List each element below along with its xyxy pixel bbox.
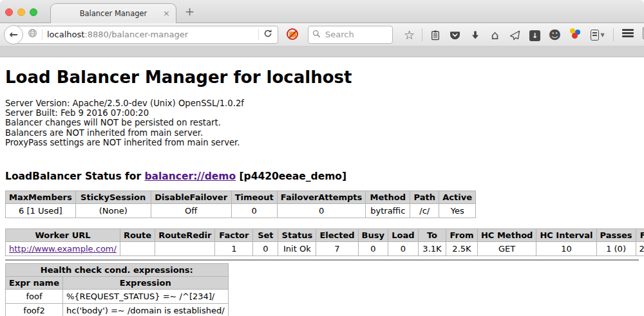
worker-busy: 0 — [358, 242, 388, 256]
bookmarks-strip — [0, 46, 644, 57]
pocket-icon[interactable] — [445, 28, 465, 41]
val-timeout: 0 — [231, 204, 277, 218]
col-status: Status — [278, 229, 316, 242]
url-host: localhost — [47, 30, 84, 39]
worker-table: Worker URL Route RouteRedir Factor Set S… — [5, 228, 644, 256]
new-tab-button[interactable]: + — [185, 5, 194, 18]
worker-factor: 1 — [215, 242, 253, 256]
worker-fails: 2 (0) — [636, 242, 644, 256]
col-from: From — [446, 229, 477, 242]
search-input[interactable] — [324, 29, 386, 40]
toolbar-divider — [422, 28, 422, 41]
worker-load: 0 — [388, 242, 418, 256]
tab-balancer-manager[interactable]: Balancer Manager × — [50, 3, 176, 23]
col-disablefailover: DisableFailover — [151, 191, 231, 204]
val-path: /c/ — [410, 204, 439, 218]
status-heading-prefix: LoadBalancer Status for — [5, 171, 144, 182]
worker-hc-interval: 10 — [536, 242, 596, 256]
worker-header-row: Worker URL Route RouteRedir Factor Set S… — [6, 229, 644, 242]
val-disablefailover: Off — [151, 204, 231, 218]
col-path: Path — [410, 191, 439, 204]
col-passes: Passes — [596, 229, 636, 242]
close-window-button[interactable] — [5, 8, 13, 16]
col-fails: Fails — [636, 229, 644, 242]
feedback-smiley-icon[interactable]: ☻ — [545, 28, 565, 41]
globe-icon — [28, 28, 37, 41]
worker-route — [120, 242, 155, 256]
pages-grid-icon[interactable] — [639, 27, 644, 42]
url-input[interactable]: localhost:8880/balancer-manager — [47, 30, 254, 39]
health-table-title: Health check cond. expressions: — [6, 264, 229, 277]
proxypass-note-line: ProxyPass settings are NOT inherited fro… — [5, 138, 639, 147]
health-header-row: Expr name Expression — [6, 277, 229, 290]
reload-icon[interactable] — [263, 28, 272, 41]
expr-name-foof2: foof2 — [6, 304, 63, 316]
page-title: Load Balancer Manager for localhost — [5, 68, 639, 87]
col-active: Active — [439, 191, 476, 204]
balancer-header-row: MaxMembers StickySession DisableFailover… — [6, 191, 476, 204]
colored-balls-icon — [569, 28, 581, 39]
reading-list-icon[interactable] — [425, 28, 445, 41]
minimize-window-button[interactable] — [17, 8, 25, 16]
worker-routeredir — [155, 242, 215, 256]
zoom-window-button[interactable] — [30, 8, 37, 16]
health-row-foof: foof %{REQUEST_STATUS} =~ /^[234]/ — [6, 290, 229, 304]
download-icon[interactable] — [465, 28, 485, 41]
search-icon — [312, 28, 321, 41]
url-bar[interactable]: localhost:8880/balancer-manager — [13, 26, 278, 44]
worker-passes: 1 (0) — [596, 242, 636, 256]
health-row-foof2: foof2 hc('body') =~ /domain is establish… — [6, 304, 229, 316]
val-failoverattempts: 0 — [277, 204, 366, 218]
col-to: To — [418, 229, 446, 242]
url-divider — [42, 29, 43, 41]
title-bar: Balancer Manager × + — [0, 0, 644, 23]
toolbar-icons: ☆ ⌂ ↓ ☻ ▼ — [399, 27, 644, 42]
expression-foof: %{REQUEST_STATUS} =~ /^[234]/ — [63, 290, 229, 304]
server-version-line: Server Version: Apache/2.5.0-dev (Unix) … — [5, 98, 639, 108]
section-divider — [5, 259, 639, 261]
worker-elected: 7 — [316, 242, 358, 256]
back-arrow-icon: ← — [9, 28, 17, 41]
col-hc-method: HC Method — [477, 229, 536, 242]
dropdown-caret-icon: ▼ — [600, 32, 604, 38]
col-method: Method — [366, 191, 410, 204]
balancer-demo-link[interactable]: balancer://demo — [144, 171, 236, 182]
expression-foof2: hc('body') =~ /domain is established/ — [63, 304, 229, 316]
worker-url-link[interactable]: http://www.example.com/ — [9, 244, 117, 254]
url-divider2 — [258, 29, 259, 41]
menu-icon[interactable] — [616, 27, 639, 41]
balancer-value-row: 6 [1 Used] (None) Off 0 0 bytraffic /c/ … — [6, 204, 476, 218]
navigation-toolbar: ← localhost:8880/balancer-manager ☆ — [0, 23, 644, 46]
image-block-icon[interactable] — [286, 28, 300, 42]
val-active: Yes — [439, 204, 476, 218]
back-button[interactable]: ← — [4, 25, 23, 44]
col-worker-url: Worker URL — [6, 229, 120, 242]
bookmark-star-icon[interactable]: ☆ — [399, 28, 419, 41]
val-stickysession: (None) — [75, 204, 151, 218]
container-addon-icon[interactable]: ▼ — [585, 28, 611, 41]
col-route: Route — [120, 229, 155, 242]
val-method: bytraffic — [366, 204, 410, 218]
worker-to: 3.1K — [418, 242, 446, 256]
search-bar[interactable] — [308, 26, 393, 44]
col-stickysession: StickySession — [75, 191, 151, 204]
health-title-row: Health check cond. expressions: — [6, 264, 229, 277]
worker-hc-method: GET — [477, 242, 536, 256]
server-built-line: Server Built: Feb 9 2016 07:00:20 — [5, 108, 639, 118]
expr-name-foof: foof — [6, 290, 63, 304]
addon-download-icon[interactable]: ↓ — [525, 28, 545, 41]
worker-row: http://www.example.com/ 1 0 Init Ok 7 0 … — [6, 242, 644, 256]
home-icon[interactable]: ⌂ — [485, 28, 505, 41]
page-content: Load Balancer Manager for localhost Serv… — [0, 57, 644, 316]
container-icon — [591, 30, 599, 41]
inherit-note-line: Balancers are NOT inherited from main se… — [5, 128, 639, 138]
tab-close-icon[interactable]: × — [163, 8, 170, 19]
video-download-helper-icon[interactable] — [565, 28, 585, 42]
worker-from: 2.5K — [446, 242, 477, 256]
col-hc-interval: HC Interval — [536, 229, 596, 242]
send-plane-icon[interactable] — [505, 28, 525, 41]
col-load: Load — [388, 229, 418, 242]
persist-note-line: Balancer changes will NOT be persisted o… — [5, 118, 639, 127]
toolbar-divider2 — [613, 28, 614, 41]
tab-title: Balancer Manager — [80, 9, 147, 18]
